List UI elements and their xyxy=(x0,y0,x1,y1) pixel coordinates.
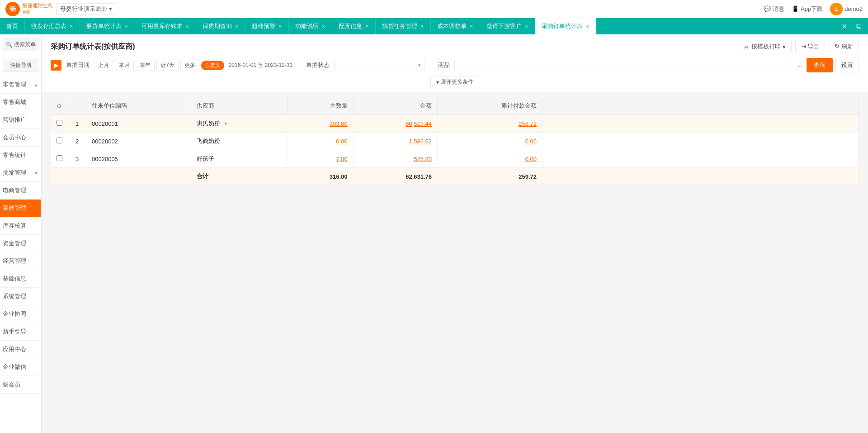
paid-link[interactable]: 259.72 xyxy=(519,120,537,127)
row-seq: 1 xyxy=(68,115,86,133)
sidebar-item-retail-mall[interactable]: 零售商城 xyxy=(0,94,41,111)
status-select-wrapper xyxy=(334,60,425,71)
close-icon[interactable]: ✕ xyxy=(321,24,326,29)
row-check[interactable] xyxy=(51,115,68,133)
tab-shoufacun[interactable]: 收发存汇总表 ✕ xyxy=(25,18,80,34)
amount-link[interactable]: 1,586.52 xyxy=(409,138,432,145)
expand-more-conditions-button[interactable]: ▾ 展开更多条件 xyxy=(430,76,479,88)
sidebar-item-system[interactable]: 系统管理 xyxy=(0,288,41,305)
row-checkbox[interactable] xyxy=(57,138,62,143)
sidebar-item-marketing[interactable]: 营销推广 xyxy=(0,111,41,129)
close-window-button[interactable]: ✕ xyxy=(838,20,850,32)
sidebar-item-label: 应用中心 xyxy=(3,345,26,353)
close-icon[interactable]: ✕ xyxy=(524,24,528,29)
tab-chaochu[interactable]: 超储预警 ✕ xyxy=(245,18,289,34)
sidebar-item-newbie[interactable]: 新手引导 xyxy=(0,323,41,341)
close-icon[interactable]: ✕ xyxy=(278,24,282,29)
tab-baozhi[interactable]: 保质期查询 ✕ xyxy=(196,18,245,34)
goods-filter-label: 商品 xyxy=(438,61,450,69)
refresh-button[interactable]: ↻ 刷新 xyxy=(829,40,859,53)
tab-jianhuo[interactable]: 拣货任务管理 ✕ xyxy=(376,18,431,34)
date-more-button[interactable]: 更多 xyxy=(180,60,199,71)
tab-peizhi[interactable]: 配置信息 ✕ xyxy=(332,18,376,34)
row-qty: 6.00 xyxy=(287,133,353,150)
th-qty: 主数量 xyxy=(287,97,353,115)
filter-toggle-button[interactable]: ▶ xyxy=(51,60,61,71)
amount-link[interactable]: 60,519.44 xyxy=(406,120,432,127)
tab-home[interactable]: 首页 xyxy=(0,18,25,34)
company-selector[interactable]: 母婴行业演示账套 ▾ xyxy=(56,3,116,15)
sidebar-item-retail-manage[interactable]: 零售管理 ▲ xyxy=(0,76,41,94)
expand-row-icon[interactable]: ▼ xyxy=(224,121,228,126)
close-icon[interactable]: ✕ xyxy=(69,24,73,29)
content-area: 采购订单统计表(按供应商) 🖨 按模板打印 ▾ ⇥ 导出 ↻ 刷新 xyxy=(42,34,868,433)
table-area: ⚙ 往来单位编码 供应商 主数量 金额 累计付款金额 1 xyxy=(42,92,868,433)
quick-nav-button[interactable]: 快捷导航 xyxy=(3,59,38,72)
qty-link[interactable]: 303.00 xyxy=(330,120,348,127)
restore-window-button[interactable]: ⧉ xyxy=(853,20,864,32)
tab-chengben[interactable]: 成本调整单 ✕ xyxy=(431,18,480,34)
date-custom-button[interactable]: 自定义 xyxy=(201,61,224,70)
sidebar-item-label: 新手引导 xyxy=(3,328,26,336)
sidebar-item-wholesale[interactable]: 批发管理 ▼ xyxy=(0,164,41,182)
column-settings-icon[interactable]: ⚙ xyxy=(57,103,62,109)
tab-label: 功能说明 xyxy=(295,22,319,30)
close-icon[interactable]: ✕ xyxy=(469,24,473,29)
status-select[interactable] xyxy=(334,60,425,71)
close-icon[interactable]: ✕ xyxy=(365,24,369,29)
user-profile[interactable]: E demo2 xyxy=(830,3,863,15)
app-download-button[interactable]: 📱 App下载 xyxy=(792,5,823,13)
tab-yaoqing[interactable]: 邀请下游客户 ✕ xyxy=(480,18,535,34)
sidebar-item-retail-stats[interactable]: 零售统计 xyxy=(0,147,41,164)
row-check[interactable] xyxy=(51,133,68,150)
date-7days-button[interactable]: 近7天 xyxy=(156,60,179,71)
sidebar-item-basic[interactable]: 基础信息 xyxy=(0,270,41,288)
qty-link[interactable]: 6.00 xyxy=(336,138,347,145)
date-this-month-button[interactable]: 本月 xyxy=(115,60,134,71)
sidebar-item-wechat[interactable]: 企业微信 xyxy=(0,358,41,376)
paid-link[interactable]: 0.00 xyxy=(525,156,537,162)
message-button[interactable]: 💬 消息 xyxy=(764,5,784,13)
sidebar-item-enterprise[interactable]: 企业协同 xyxy=(0,305,41,323)
message-icon: 💬 xyxy=(764,5,771,12)
row-checkbox[interactable] xyxy=(57,155,62,161)
close-icon[interactable]: ✕ xyxy=(235,24,239,29)
sidebar-item-purchase[interactable]: 采购管理 xyxy=(0,200,41,217)
nav-tabs-bar: 首页 收发存汇总表 ✕ 要货单统计表 ✕ 可用量库存账本 ✕ 保质期查询 ✕ 超… xyxy=(0,18,868,34)
sidebar-item-member-vip[interactable]: 畅会员 xyxy=(0,376,41,394)
sidebar-item-member[interactable]: 会员中心 xyxy=(0,129,41,147)
close-icon[interactable]: ✕ xyxy=(420,24,424,29)
date-last-month-button[interactable]: 上月 xyxy=(94,60,113,71)
sidebar-item-finance[interactable]: 资金管理 xyxy=(0,235,41,252)
settings-button[interactable]: 设置 xyxy=(835,58,859,72)
close-icon[interactable]: ✕ xyxy=(185,24,189,29)
row-checkbox[interactable] xyxy=(57,120,62,126)
more-options-button[interactable]: ... xyxy=(797,62,802,68)
nav-controls: ✕ ⧉ xyxy=(835,18,868,34)
tab-yaohuo[interactable]: 要货单统计表 ✕ xyxy=(80,18,135,34)
tab-gongneng[interactable]: 功能说明 ✕ xyxy=(289,18,332,34)
sidebar-item-app-center[interactable]: 应用中心 xyxy=(0,341,41,358)
close-icon[interactable]: ✕ xyxy=(124,24,128,29)
sidebar-item-ecommerce[interactable]: 电商管理 xyxy=(0,182,41,200)
expand-icon: ▲ xyxy=(34,82,38,87)
amount-link[interactable]: 525.80 xyxy=(414,156,432,162)
qty-link[interactable]: 7.00 xyxy=(336,156,347,162)
sidebar-item-operations[interactable]: 经营管理 xyxy=(0,252,41,270)
footer-amount: 62,631.76 xyxy=(353,168,438,186)
date-this-year-button[interactable]: 本年 xyxy=(136,60,155,71)
search-menu-button[interactable]: 🔍 搜索菜单 xyxy=(3,38,38,51)
row-check[interactable] xyxy=(51,150,68,168)
query-button[interactable]: 查询 xyxy=(807,58,833,72)
goods-search-input[interactable] xyxy=(454,60,789,71)
sidebar-item-label: 零售商城 xyxy=(3,98,26,106)
sidebar-item-inventory[interactable]: 库存核算 xyxy=(0,217,41,235)
export-button[interactable]: ⇥ 导出 xyxy=(795,40,826,53)
paid-link[interactable]: 0.00 xyxy=(525,138,537,145)
close-icon[interactable]: ✕ xyxy=(585,24,590,29)
tab-keyongliang[interactable]: 可用量库存账本 ✕ xyxy=(135,18,196,34)
tab-caigou-active[interactable]: 采购订单统计表 ✕ xyxy=(535,18,596,34)
print-button[interactable]: 🖨 按模板打印 ▾ xyxy=(738,40,792,53)
sidebar-item-label: 经营管理 xyxy=(3,257,26,265)
quick-nav-label: 快捷导航 xyxy=(10,62,32,68)
